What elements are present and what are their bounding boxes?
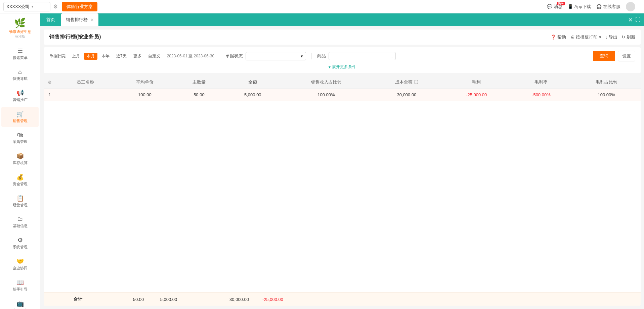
sidebar-label-quick-nav: 快捷导航 <box>13 76 28 81</box>
date-option-7days[interactable]: 近7天 <box>114 53 129 60</box>
sidebar-item-enterprise-collab[interactable]: 🤝 企业协同 <box>1 254 39 274</box>
goods-input[interactable]: ... <box>329 52 396 60</box>
logo-subtitle: 标准版 <box>15 34 25 39</box>
th-gross-ratio: 毛利占比% <box>572 76 641 89</box>
print-label: 按模板打印 <box>576 34 598 40</box>
page-title: 销售排行榜(按业务员) <box>49 34 101 41</box>
export-icon: ↓ <box>605 35 608 40</box>
tab-sales-ranking[interactable]: 销售排行榜 ✕ <box>61 13 98 26</box>
avatar[interactable] <box>626 2 635 11</box>
trial-button[interactable]: 体验行业方案 <box>62 2 97 11</box>
settings-button[interactable]: 设置 <box>618 51 635 61</box>
inventory-icon: 📦 <box>16 152 24 160</box>
tab-close-icon[interactable]: ✕ <box>90 17 94 22</box>
tabbar: 首页 销售排行榜 ✕ ✕ ⛶ <box>40 13 644 26</box>
tab-home-label: 首页 <box>46 17 55 23</box>
date-option-more[interactable]: 更多 <box>131 53 144 60</box>
sidebar-label-system: 系统管理 <box>13 245 28 250</box>
th-avg-price: 平均单价 <box>115 76 175 89</box>
filter-area: 单据日期 上月 本月 本年 近7天 更多 自定义 2023-06-01 至 20… <box>44 47 641 73</box>
goods-more-icon[interactable]: ... <box>389 54 393 58</box>
sidebar-item-marketing[interactable]: 📢 营销推广 <box>1 86 39 106</box>
logo-icon: 🌿 <box>14 17 26 29</box>
filter-divider-2 <box>311 53 312 59</box>
cell-employee-name <box>56 89 115 101</box>
topbar: XXXXX公司 ▾ ⚙ 体验行业方案 💬 消息 99+ 📱 App下载 🎧 在线… <box>0 0 644 13</box>
company-selector[interactable]: XXXXX公司 ▾ <box>3 2 50 11</box>
th-gross-rate: 毛利率 <box>510 76 572 89</box>
sidebar-item-system[interactable]: ⚙ 系统管理 <box>1 233 39 253</box>
export-button[interactable]: ↓ 导出 <box>605 34 618 40</box>
help-label: 帮助 <box>557 34 566 40</box>
footer-gross-profit: -25,000.00 <box>262 297 283 302</box>
sidebar-item-purchase[interactable]: 🛍 采购管理 <box>1 128 39 148</box>
app-download-button[interactable]: 📱 App下载 <box>568 4 591 10</box>
refresh-button[interactable]: ↻ 刷新 <box>621 34 635 40</box>
action-buttons-group: 查询 设置 <box>593 51 635 61</box>
sidebar-item-finance[interactable]: 💰 资金管理 <box>1 170 39 190</box>
refresh-label: 刷新 <box>627 34 635 40</box>
content-area: 首页 销售排行榜 ✕ ✕ ⛶ 销售排行榜(按业务员) ❓ 帮助 <box>40 13 644 309</box>
guide-icon: 📖 <box>16 279 24 286</box>
export-label: 导出 <box>609 34 617 40</box>
expand-more-button[interactable]: ▾ 展开更多条件 <box>49 64 635 70</box>
sidebar-label-inventory: 库存核算 <box>13 160 28 165</box>
cell-rank: 1 <box>44 89 56 101</box>
sidebar-item-quick-nav[interactable]: ⌂ 快捷导航 <box>1 65 39 85</box>
footer-total-amount-cell: 5,000.00 <box>152 297 185 302</box>
logo-area: 🌿 畅康通好生意 标准版 <box>0 13 40 43</box>
headset-icon: 🎧 <box>596 4 602 9</box>
purchase-icon: 🛍 <box>17 132 23 139</box>
sidebar-item-search-order[interactable]: ☰ 搜索菜单 <box>1 44 39 64</box>
date-filter-label: 单据日期 <box>49 53 67 59</box>
online-service-button[interactable]: 🎧 在线客服 <box>596 4 620 10</box>
date-option-custom[interactable]: 自定义 <box>145 53 163 60</box>
data-table: ⚙ 员工名称 平均单价 主数量 全额 销售收入占比% 成本全额 ⓘ 毛利 毛利率… <box>44 76 641 101</box>
tab-sales-ranking-label: 销售排行榜 <box>66 17 88 23</box>
sidebar-item-operation[interactable]: 📋 经营管理 <box>1 191 39 211</box>
date-option-this-year[interactable]: 本年 <box>99 53 112 60</box>
goods-filter-group: 商品 ... <box>317 52 396 60</box>
page-container: 销售排行榜(按业务员) ❓ 帮助 🖨 按模板打印 ▾ ↓ 导出 <box>40 26 644 309</box>
sidebar-item-inventory[interactable]: 📦 库存核算 <box>1 149 39 169</box>
main-layout: 🌿 畅康通好生意 标准版 ☰ 搜索菜单 ⌂ 快捷导航 📢 营销推广 🛒 销售管理… <box>0 13 644 309</box>
help-button[interactable]: ❓ 帮助 <box>551 34 566 40</box>
maximize-window-icon[interactable]: ⛶ <box>635 17 641 23</box>
logo-title: 畅康通好生意 <box>9 29 31 34</box>
sidebar-item-guide[interactable]: 📖 新手引导 <box>1 275 39 295</box>
refresh-icon: ↻ <box>621 35 625 40</box>
date-option-last-month[interactable]: 上月 <box>69 53 83 60</box>
sidebar-item-basic-info[interactable]: 🗂 基础信息 <box>1 212 39 232</box>
gear-icon[interactable]: ⚙ <box>53 3 58 10</box>
tab-home[interactable]: 首页 <box>40 13 61 26</box>
date-option-this-month[interactable]: 本月 <box>84 53 97 60</box>
status-select[interactable]: ▾ <box>246 52 306 60</box>
footer-cost-amount: 30,000.00 <box>229 297 249 302</box>
sidebar-label-marketing: 营销推广 <box>13 97 28 102</box>
cell-sales-ratio: 100.00% <box>282 89 371 101</box>
th-settings[interactable]: ⚙ <box>44 76 56 89</box>
sidebar-label-sales: 销售管理 <box>13 118 28 123</box>
sidebar-item-app-center[interactable]: 📺 应用中心 <box>1 297 39 309</box>
status-filter-label: 单据状态 <box>225 53 243 59</box>
sidebar-item-sales[interactable]: 🛒 销售管理 <box>1 107 39 127</box>
print-chevron-icon: ▾ <box>599 35 601 40</box>
table-header-row: ⚙ 员工名称 平均单价 主数量 全额 销售收入占比% 成本全额 ⓘ 毛利 毛利率… <box>44 76 641 89</box>
topbar-right: 💬 消息 99+ 📱 App下载 🎧 在线客服 <box>547 2 641 11</box>
tabbar-right: ✕ ⛶ <box>628 17 644 23</box>
footer-gross-profit-cell: -25,000.00 <box>256 297 290 302</box>
system-icon: ⚙ <box>17 237 23 244</box>
operation-icon: 📋 <box>16 195 24 202</box>
cell-avg-price: 100.00 <box>115 89 175 101</box>
table-wrapper: ⚙ 员工名称 平均单价 主数量 全额 销售收入占比% 成本全额 ⓘ 毛利 毛利率… <box>44 76 641 293</box>
footer-main-qty: 50.00 <box>133 297 144 302</box>
sidebar-label-search-order: 搜索菜单 <box>13 55 28 60</box>
footer-cost-amount-cell: 30,000.00 <box>222 297 256 302</box>
help-icon: ❓ <box>551 35 556 40</box>
message-button[interactable]: 💬 消息 99+ <box>547 4 562 10</box>
home-icon: ⌂ <box>18 68 22 75</box>
close-window-icon[interactable]: ✕ <box>628 17 633 23</box>
print-button[interactable]: 🖨 按模板打印 ▾ <box>570 34 601 40</box>
query-button[interactable]: 查询 <box>593 51 615 61</box>
sidebar-label-operation: 经营管理 <box>13 203 28 208</box>
